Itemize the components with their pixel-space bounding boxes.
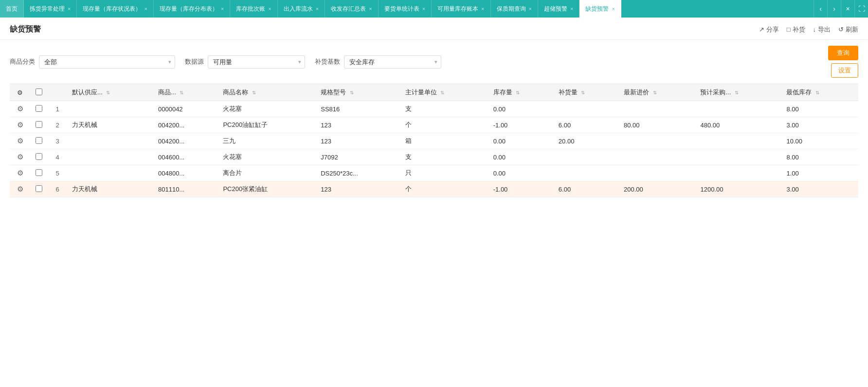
gear-icon: ⚙ [17,89,23,96]
row-gear-cell[interactable]: ⚙ [10,165,30,181]
table-row: ⚙ 4 004600... 火花塞 J7092 支 0.00 8.00 [10,149,858,165]
replenish-action[interactable]: □ 补货 [787,25,805,34]
tab-shortage[interactable]: 缺货预警 × [579,0,621,18]
close-tab-shortage[interactable]: × [612,6,615,12]
replenish-base-label: 补货基数 [315,57,340,66]
row-estimated-purchase [695,149,781,165]
stock-qty-sort-icon: ⇅ [516,90,520,95]
row-gear-cell[interactable]: ⚙ [10,133,30,149]
row-gear-cell[interactable]: ⚙ [10,149,30,165]
export-action[interactable]: ↓ 导出 [813,25,831,34]
row-gear-icon[interactable]: ⚙ [17,121,23,129]
row-product-name: PC200油缸缸子 [218,117,316,133]
close-tab-abnormal[interactable]: × [68,6,71,12]
row-checkbox-cell[interactable] [30,133,48,149]
row-product-name: PC200张紧油缸 [218,181,316,197]
row-gear-icon[interactable]: ⚙ [17,185,23,194]
category-select[interactable]: 全部 [39,55,175,69]
row-checkbox[interactable] [36,185,42,192]
row-checkbox-cell[interactable] [30,165,48,181]
spec-column-header[interactable]: 规格型号 ⇅ [316,84,400,101]
tab-home[interactable]: 首页 [0,0,24,18]
row-product-name: 离合片 [218,165,316,181]
table-row: ⚙ 6 力天机械 801110... PC200张紧油缸 123 个 -1.00… [10,181,858,197]
table-row: ⚙ 1 0000042 火花塞 SS816 支 0.00 8.00 [10,101,858,117]
close-tab-available-ledger[interactable]: × [481,6,484,12]
close-tab-batch-account[interactable]: × [268,6,271,12]
tab-demand-stat[interactable]: 要货单统计表 × [379,0,432,18]
tab-in-out-flow[interactable]: 出入库流水 × [278,0,325,18]
unit-sort-icon: ⇅ [440,90,444,95]
row-gear-icon[interactable]: ⚙ [17,169,23,177]
select-all-checkbox[interactable] [36,88,42,95]
product-code-column-header[interactable]: 商品... ⇅ [153,84,218,101]
close-tab-in-out-flow[interactable]: × [316,6,319,12]
tab-expiry-query[interactable]: 保质期查询 × [491,0,538,18]
supplier-column-header[interactable]: 默认供应... ⇅ [67,84,153,101]
share-action[interactable]: ↗ 分享 [759,25,779,34]
row-estimated-purchase: 480.00 [695,117,781,133]
tab-abnormal[interactable]: 拣货异常处理 × [24,0,77,18]
row-checkbox-cell[interactable] [30,101,48,117]
category-filter-group: 商品分类 全部 ▾ [10,55,175,69]
estimated-purchase-column-header[interactable]: 预计采购... ⇅ [695,84,781,101]
row-checkbox-cell[interactable] [30,149,48,165]
latest-price-column-header[interactable]: 最新进价 ⇅ [619,84,695,101]
tab-next-button[interactable]: › [827,0,841,18]
datasource-select[interactable]: 可用量库存量 [208,55,305,69]
row-latest-price [619,149,695,165]
tab-bar: 首页 拣货异常处理 × 现存量（库存状况表） × 现存量（库存分布表） × 库存… [0,0,868,18]
tab-inventory-status[interactable]: 现存量（库存状况表） × [77,0,153,18]
table-header-row: ⚙ 默认供应... ⇅ 商品... ⇅ 商品名称 [10,84,858,101]
row-checkbox[interactable] [36,121,42,128]
row-gear-cell[interactable]: ⚙ [10,117,30,133]
row-checkbox[interactable] [36,169,42,176]
tab-available-ledger[interactable]: 可用量库存账本 × [432,0,490,18]
row-checkbox-cell[interactable] [30,181,48,197]
table-body: ⚙ 1 0000042 火花塞 SS816 支 0.00 8.00 ⚙ 2 力天… [10,101,858,197]
close-tab-inventory-dist[interactable]: × [221,6,224,12]
tab-fullscreen-button[interactable]: ⛶ [854,0,868,18]
row-checkbox[interactable] [36,153,42,160]
row-unit: 支 [400,149,488,165]
row-spec: DS250*23c... [316,165,400,181]
row-gear-icon[interactable]: ⚙ [17,153,23,161]
tab-collect-summary[interactable]: 收发存汇总表 × [325,0,378,18]
tab-batch-account[interactable]: 库存批次账 × [230,0,277,18]
datasource-filter-group: 数据源 可用量库存量 ▾ [185,55,305,69]
close-tab-inventory-status[interactable]: × [144,6,147,12]
close-tab-demand-stat[interactable]: × [422,6,425,12]
row-gear-icon[interactable]: ⚙ [17,105,23,113]
close-tab-overstock[interactable]: × [570,6,573,12]
row-checkbox[interactable] [36,137,42,144]
tab-inventory-dist[interactable]: 现存量（库存分布表） × [154,0,230,18]
spec-sort-icon: ⇅ [350,90,354,95]
replenish-qty-column-header[interactable]: 补货量 ⇅ [554,84,619,101]
tab-overstock[interactable]: 超储预警 × [538,0,579,18]
checkbox-column-header[interactable] [30,84,48,101]
unit-column-header[interactable]: 主计量单位 ⇅ [400,84,488,101]
tab-close-button[interactable]: × [841,0,854,18]
datasource-select-wrap: 可用量库存量 ▾ [208,55,305,69]
row-gear-cell[interactable]: ⚙ [10,101,30,117]
shortage-table: ⚙ 默认供应... ⇅ 商品... ⇅ 商品名称 [10,84,858,197]
row-checkbox[interactable] [36,105,42,112]
replenish-base-select[interactable]: 安全库存最低库存 [344,55,441,69]
row-checkbox-cell[interactable] [30,117,48,133]
row-gear-cell[interactable]: ⚙ [10,181,30,197]
close-tab-expiry-query[interactable]: × [529,6,532,12]
settings-button[interactable]: 设置 [831,63,858,78]
row-spec: 123 [316,117,400,133]
close-tab-collect-summary[interactable]: × [369,6,372,12]
product-name-column-header[interactable]: 商品名称 ⇅ [218,84,316,101]
row-min-stock: 3.00 [781,117,858,133]
tab-prev-button[interactable]: ‹ [814,0,827,18]
stock-qty-column-header[interactable]: 库存量 ⇅ [488,84,554,101]
row-estimated-purchase: 1200.00 [695,181,781,197]
gear-column-header[interactable]: ⚙ [10,84,30,101]
replenish-qty-sort-icon: ⇅ [581,90,585,95]
row-gear-icon[interactable]: ⚙ [17,137,23,145]
query-button[interactable]: 查询 [828,46,858,60]
min-stock-column-header[interactable]: 最低库存 ⇅ [781,84,858,101]
refresh-action[interactable]: ↺ 刷新 [838,25,858,34]
